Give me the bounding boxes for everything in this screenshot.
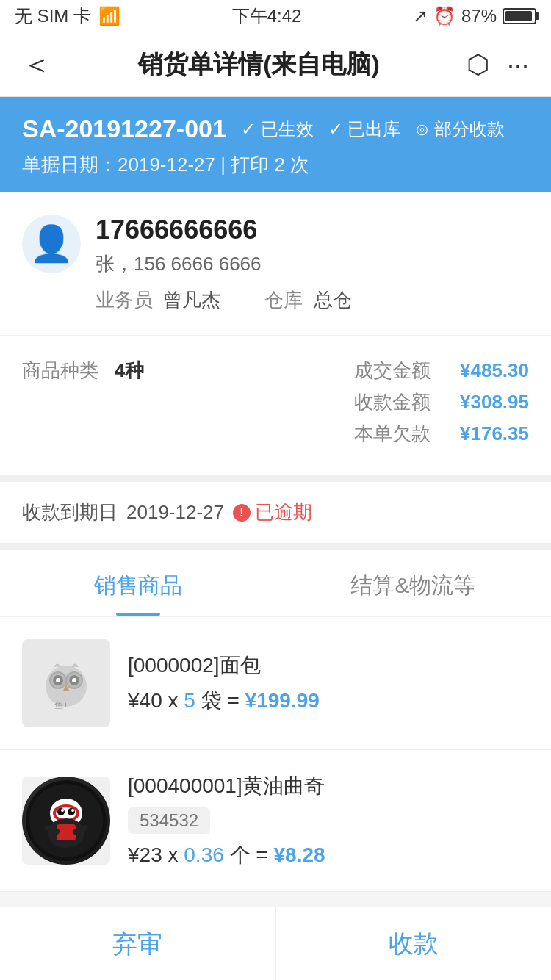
- carrier-text: 无 SIM 卡: [15, 4, 91, 28]
- back-button[interactable]: ＜: [22, 44, 51, 84]
- svg-line-20: [48, 828, 57, 832]
- stats-right: 成交金额 ¥485.30 收款金额 ¥308.95 本单欠款 ¥176.35: [354, 358, 529, 453]
- warehouse-info: 仓库 总仓: [264, 287, 351, 313]
- customer-meta: 业务员 曾凡杰 仓库 总仓: [96, 287, 529, 313]
- battery-text: 87%: [461, 6, 497, 26]
- product-price-row-0: ¥40 x 5 袋 = ¥199.99: [128, 687, 529, 715]
- wifi-icon: 📶: [98, 6, 120, 26]
- product-unit-0: 袋: [201, 689, 222, 712]
- order-meta: 单据日期：2019-12-27 | 打印 2 次: [22, 152, 529, 178]
- product-price-row-1: ¥23 x 0.36 个 = ¥8.28: [128, 841, 529, 869]
- product-qty-0: 5: [184, 689, 195, 712]
- amount-row-2: 本单欠款 ¥176.35: [354, 421, 529, 447]
- stats-section: 商品种类 4种 成交金额 ¥485.30 收款金额 ¥308.95 本单欠款 ¥…: [0, 336, 551, 482]
- cookie-icon: [26, 780, 107, 861]
- location-icon: ↗: [413, 6, 428, 26]
- product-info-1: [000400001]黄油曲奇 534532 ¥23 x 0.36 个 = ¥8…: [128, 772, 529, 869]
- amount-row-0: 成交金额 ¥485.30: [354, 358, 529, 383]
- avatar: 👤: [22, 215, 81, 273]
- svg-rect-19: [57, 824, 76, 840]
- badge-effective: ✓ 已生效: [241, 118, 314, 141]
- svg-point-16: [61, 809, 64, 812]
- alarm-icon: ⏰: [433, 6, 455, 26]
- amount-label-0: 成交金额: [354, 358, 431, 383]
- order-id: SA-20191227-001: [22, 115, 226, 143]
- product-total-1: ¥8.28: [273, 843, 325, 866]
- svg-point-14: [57, 808, 65, 815]
- share-icon[interactable]: ⬡: [467, 49, 489, 80]
- stats-row: 商品种类 4种 成交金额 ¥485.30 收款金额 ¥308.95 本单欠款 ¥…: [22, 358, 529, 453]
- stats-left: 商品种类 4种: [22, 358, 144, 386]
- svg-point-15: [68, 808, 75, 815]
- status-bar: 无 SIM 卡 📶 下午4:42 ↗ ⏰ 87%: [0, 0, 551, 32]
- battery-icon: [503, 8, 536, 24]
- product-list: 鱼+ [0000002]面包 ¥40 x 5 袋 = ¥199.99: [0, 617, 551, 892]
- cancel-audit-button[interactable]: 弃审: [0, 907, 276, 980]
- svg-point-17: [71, 809, 74, 812]
- warehouse-label: 仓库: [264, 289, 303, 311]
- page-title: 销货单详情(来自电脑): [138, 48, 380, 82]
- product-code-0: [0000002]面包: [128, 652, 529, 680]
- svg-line-21: [76, 828, 84, 832]
- product-total-0: ¥199.99: [245, 689, 320, 712]
- product-price-0: ¥40: [128, 689, 162, 712]
- customer-id: 17666666666: [96, 215, 529, 245]
- overdue-icon: !: [233, 504, 251, 522]
- due-date-label: 收款到期日: [22, 500, 118, 525]
- warehouse-name: 总仓: [314, 289, 352, 311]
- tab-sales-products[interactable]: 销售商品: [0, 550, 276, 616]
- amount-value-1: ¥308.95: [460, 391, 529, 414]
- svg-point-5: [56, 678, 60, 682]
- tab-settlement-logistics[interactable]: 结算&物流等: [276, 550, 551, 616]
- customer-section: 👤 17666666666 张，156 6666 6666 业务员 曾凡杰 仓库…: [0, 192, 551, 336]
- amount-label-2: 本单欠款: [354, 421, 431, 447]
- bottom-toolbar: 弃审 收款: [0, 907, 551, 980]
- product-code-1: [000400001]黄油曲奇: [128, 772, 529, 800]
- nav-bar: ＜ 销货单详情(来自电脑) ⬡ ···: [0, 32, 551, 97]
- product-info-0: [0000002]面包 ¥40 x 5 袋 = ¥199.99: [128, 652, 529, 715]
- status-time: 下午4:42: [232, 4, 302, 28]
- more-icon[interactable]: ···: [507, 49, 529, 80]
- product-type-stat: 商品种类 4种: [22, 358, 144, 383]
- product-type-label: 商品种类: [22, 359, 98, 381]
- badge-shipped: ✓ 已出库: [328, 118, 401, 141]
- overdue-badge: ! 已逾期: [233, 500, 312, 525]
- amount-value-2: ¥176.35: [460, 422, 529, 445]
- product-thumb-0: 鱼+: [22, 639, 110, 727]
- svg-text:鱼+: 鱼+: [54, 700, 68, 710]
- amount-row-1: 收款金额 ¥308.95: [354, 389, 529, 415]
- due-section: 收款到期日 2019-12-27 ! 已逾期: [0, 482, 551, 550]
- product-price-1: ¥23: [128, 843, 162, 866]
- customer-info: 17666666666 张，156 6666 6666 业务员 曾凡杰 仓库 总…: [96, 215, 529, 313]
- due-date-value: 2019-12-27: [126, 501, 224, 524]
- amount-value-0: ¥485.30: [460, 359, 529, 382]
- order-header: SA-20191227-001 ✓ 已生效 ✓ 已出库 ⊙ 部分收款 单据日期：…: [0, 97, 551, 192]
- nav-actions: ⬡ ···: [467, 49, 529, 80]
- sales-info: 业务员 曾凡杰: [96, 287, 220, 313]
- tabs: 销售商品 结算&物流等: [0, 550, 551, 617]
- customer-name-phone: 张，156 6666 6666: [96, 251, 529, 277]
- product-qty-1: 0.36: [184, 843, 224, 866]
- collect-payment-button[interactable]: 收款: [276, 907, 552, 980]
- product-item-1: [000400001]黄油曲奇 534532 ¥23 x 0.36 个 = ¥8…: [0, 750, 551, 892]
- owl-icon: 鱼+: [37, 654, 96, 713]
- cookie-image: [22, 777, 110, 865]
- sales-name: 曾凡杰: [163, 289, 220, 311]
- product-item-0: 鱼+ [0000002]面包 ¥40 x 5 袋 = ¥199.99: [0, 617, 551, 750]
- person-icon: 👤: [29, 223, 73, 264]
- amount-label-1: 收款金额: [354, 389, 431, 415]
- product-sku-1: 534532: [128, 807, 210, 834]
- product-thumb-1: [22, 777, 110, 865]
- status-left: 无 SIM 卡 📶: [15, 4, 120, 28]
- sales-label: 业务员: [96, 289, 153, 311]
- product-type-value: 4种: [115, 359, 144, 381]
- product-unit-1: 个: [230, 843, 251, 866]
- badge-partial: ⊙ 部分收款: [415, 118, 505, 141]
- svg-point-6: [72, 678, 76, 682]
- status-right: ↗ ⏰ 87%: [413, 6, 536, 26]
- overdue-text: 已逾期: [255, 500, 312, 525]
